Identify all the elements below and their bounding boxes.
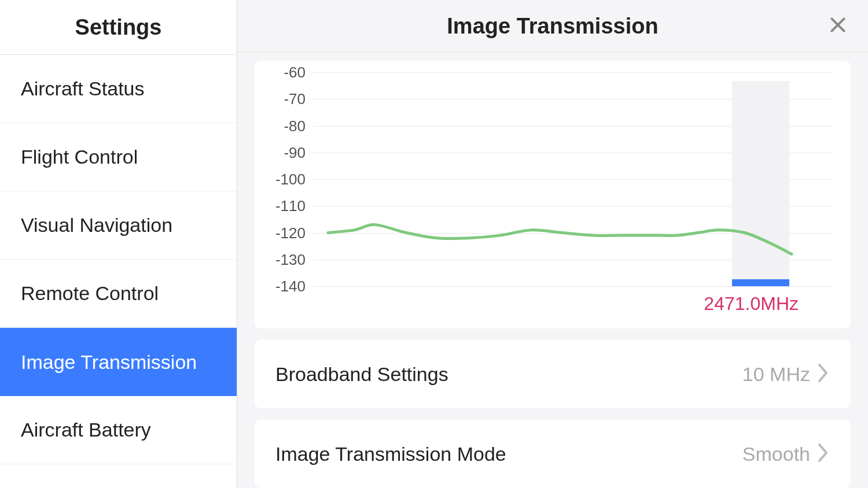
sidebar-item-label: Image Transmission bbox=[21, 351, 197, 374]
close-button[interactable] bbox=[825, 13, 851, 39]
content: -60-70-80-90-100-110-120-130-140 2471.0M… bbox=[237, 53, 868, 488]
chevron-right-icon bbox=[816, 363, 830, 386]
main-header: Image Transmission bbox=[237, 0, 868, 53]
chevron-right-icon bbox=[816, 442, 830, 465]
transmission-mode-value-wrap: Smooth bbox=[742, 442, 830, 465]
sidebar-item-label: Flight Control bbox=[21, 146, 138, 168]
close-icon bbox=[829, 16, 847, 36]
sidebar-item-label: Aircraft Battery bbox=[21, 419, 151, 441]
transmission-mode-value: Smooth bbox=[742, 443, 810, 465]
sidebar-item-aircraft-battery[interactable]: Aircraft Battery bbox=[0, 396, 237, 464]
chart-y-tick: -140 bbox=[275, 278, 306, 295]
chart-y-tick: -70 bbox=[284, 90, 306, 108]
chart-y-tick: -100 bbox=[275, 171, 306, 188]
chart-gridline bbox=[312, 72, 833, 73]
selected-frequency-label: 2471.0MHz bbox=[272, 286, 833, 315]
chart-y-tick: -110 bbox=[275, 197, 306, 215]
chart-selected-band[interactable] bbox=[732, 81, 789, 286]
broadband-label: Broadband Settings bbox=[275, 363, 448, 386]
sidebar-item-label: Visual Navigation bbox=[21, 214, 172, 236]
sidebar-item-flight-control[interactable]: Flight Control bbox=[0, 123, 237, 191]
sidebar-item-visual-navigation[interactable]: Visual Navigation bbox=[0, 191, 237, 260]
sidebar-item-label: Remote Control bbox=[21, 282, 159, 305]
sidebar-item-remote-control[interactable]: Remote Control bbox=[0, 260, 237, 328]
broadband-value-wrap: 10 MHz bbox=[742, 363, 830, 386]
sidebar-item-aircraft-status[interactable]: Aircraft Status bbox=[0, 55, 237, 123]
chart-y-tick: -130 bbox=[275, 250, 306, 268]
main: Image Transmission -60-70-80-90-100-110-… bbox=[237, 0, 868, 488]
chart-y-tick: -60 bbox=[284, 64, 306, 82]
broadband-value: 10 MHz bbox=[742, 363, 810, 386]
broadband-settings-row[interactable]: Broadband Settings 10 MHz bbox=[255, 340, 851, 408]
chart-y-axis: -60-70-80-90-100-110-120-130-140 bbox=[272, 72, 312, 286]
page-title: Image Transmission bbox=[447, 14, 658, 39]
sidebar-item-label: Aircraft Status bbox=[21, 77, 145, 100]
chart-y-tick: -120 bbox=[275, 224, 306, 242]
chart-y-tick: -90 bbox=[284, 143, 306, 161]
signal-chart[interactable]: -60-70-80-90-100-110-120-130-140 bbox=[272, 72, 833, 286]
sidebar-title: Settings bbox=[75, 15, 162, 40]
signal-chart-card: -60-70-80-90-100-110-120-130-140 2471.0M… bbox=[255, 61, 851, 328]
sidebar-header: Settings bbox=[0, 0, 237, 55]
chart-frequency-marker[interactable] bbox=[732, 279, 789, 286]
sidebar-item-image-transmission[interactable]: Image Transmission bbox=[0, 328, 237, 396]
chart-gridline bbox=[312, 286, 833, 287]
transmission-mode-row[interactable]: Image Transmission Mode Smooth bbox=[255, 420, 851, 488]
chart-plot[interactable] bbox=[312, 72, 833, 286]
chart-y-tick: -80 bbox=[284, 117, 306, 135]
sidebar: Settings Aircraft Status Flight Control … bbox=[0, 0, 237, 488]
transmission-mode-label: Image Transmission Mode bbox=[275, 443, 506, 465]
